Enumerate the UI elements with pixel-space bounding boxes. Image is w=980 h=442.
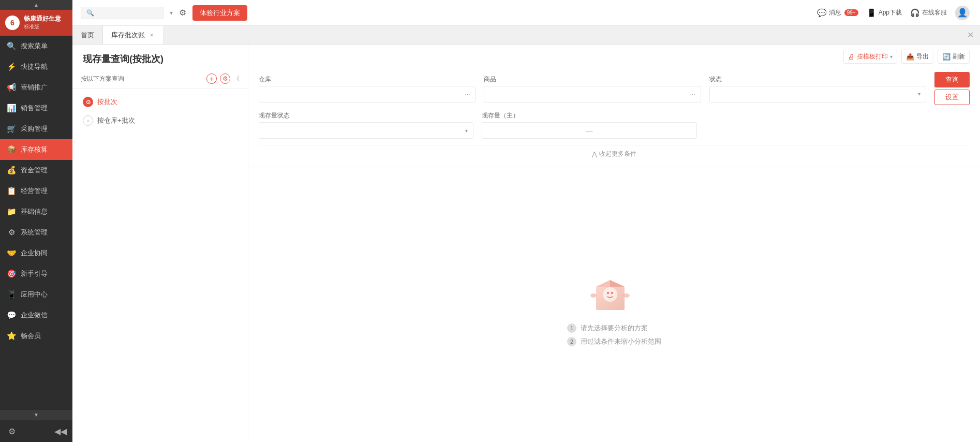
refresh-btn[interactable]: 🔄 刷新 [938, 50, 970, 64]
empty-state: 1 请先选择要分析的方案 2 用过滤条件来缩小分析范围 [248, 167, 980, 442]
inventory-qty-range: — [482, 122, 696, 139]
collapse-more-btn[interactable]: ⋀ 收起更多条件 [259, 145, 970, 163]
print-template-btn[interactable]: 🖨 按模板打印 ▾ [843, 50, 897, 64]
warehouse-input[interactable]: ··· [259, 86, 476, 102]
messages-action[interactable]: 💬 消息 99+ [817, 8, 858, 18]
operations-icon: 📋 [6, 186, 17, 196]
warehouse-text-input[interactable] [264, 90, 462, 98]
sidebar: ▲ 6 畅康通好生意 标准版 🔍 搜索菜单 ⚡ 快捷导航 📢 营销推广 📊 销售… [0, 0, 72, 442]
sidebar-item-sales[interactable]: 📊 销售管理 [0, 98, 72, 119]
sidebar-item-operations[interactable]: 📋 经营管理 [0, 181, 72, 201]
app-center-icon: 📱 [6, 289, 17, 300]
sidebar-item-label: 应用中心 [21, 290, 48, 299]
query-btn[interactable]: 查询 [934, 72, 970, 87]
sidebar-item-basic[interactable]: 📁 基础信息 [0, 201, 72, 222]
app-logo: 6 [5, 16, 20, 30]
tab-inventory-batch-label: 库存批次账 [111, 31, 145, 40]
search-icon: 🔍 [6, 41, 17, 51]
topbar-search-box[interactable]: 🔍 [81, 7, 164, 19]
svg-point-5 [611, 292, 613, 294]
sidebar-item-system[interactable]: ⚙ 系统管理 [0, 222, 72, 243]
sidebar-item-label: 畅会员 [21, 331, 41, 341]
scheme-settings-icon[interactable]: ⚙ [220, 73, 230, 84]
inventory-qty-to[interactable] [596, 124, 696, 137]
phone-icon: 📱 [867, 8, 877, 18]
collapse-panel-btn[interactable]: 《 [233, 75, 240, 83]
warehouse-more-icon[interactable]: ··· [465, 91, 470, 98]
sidebar-nav: 🔍 搜索菜单 ⚡ 快捷导航 📢 营销推广 📊 销售管理 🛒 采购管理 📦 库存核… [0, 36, 72, 410]
empty-hint-2: 2 用过滤条件来缩小分析范围 [567, 337, 661, 346]
close-all-icon: ✕ [967, 30, 974, 40]
scheme-item-by-warehouse-batch[interactable]: ○ 按仓库+批次 [72, 111, 248, 130]
sidebar-scroll-down[interactable]: ▼ [0, 410, 72, 420]
product-more-icon[interactable]: ··· [690, 91, 695, 98]
svg-point-4 [607, 292, 609, 294]
topbar-settings-icon[interactable]: ⚙ [179, 8, 186, 18]
right-panel: 🖨 按模板打印 ▾ 📤 导出 🔄 刷新 仓库 [248, 45, 980, 442]
user-profile-action[interactable]: 👤 [955, 6, 972, 20]
sidebar-item-app-center[interactable]: 📱 应用中心 [0, 284, 72, 305]
inventory-qty-from[interactable] [482, 124, 583, 137]
settings-btn[interactable]: 设置 [934, 90, 970, 105]
sidebar-item-enterprise-wechat[interactable]: 💬 企业微信 [0, 305, 72, 326]
left-panel: 现存量查询(按批次) 按以下方案查询 + ⚙ 《 ⊙ 按批次 ○ 按仓库+批次 [72, 45, 248, 442]
tab-home-label: 首页 [81, 31, 94, 40]
filter-row-1: 仓库 ··· 商品 ··· 状态 [259, 72, 970, 105]
sidebar-item-label: 营销推广 [21, 83, 48, 92]
inventory-qty-label: 现存量（主） [482, 111, 696, 120]
enterprise-wechat-icon: 💬 [6, 310, 17, 320]
hint-number-1: 1 [567, 323, 576, 333]
inventory-status-select[interactable]: ▾ [259, 122, 473, 139]
main-area: 🔍 ▾ ⚙ 体验行业方案 💬 消息 99+ 📱 App下载 🎧 在线客服 � [72, 0, 980, 442]
sidebar-item-label: 搜索菜单 [21, 41, 48, 51]
settings-footer-icon[interactable]: ⚙ [6, 425, 18, 437]
messages-label: 消息 [829, 8, 841, 17]
industry-btn[interactable]: 体验行业方案 [192, 5, 247, 21]
product-input[interactable]: ··· [484, 86, 701, 102]
sidebar-item-quick-nav[interactable]: ⚡ 快捷导航 [0, 56, 72, 77]
scheme-inactive-icon: ○ [83, 115, 93, 126]
product-field: 商品 ··· [484, 75, 701, 102]
sidebar-item-finance[interactable]: 💰 资金管理 [0, 160, 72, 181]
export-icon: 📤 [906, 53, 914, 61]
app-download-action[interactable]: 📱 App下载 [867, 8, 902, 18]
page-title-area: 现存量查询(按批次) [72, 45, 248, 69]
empty-illustration [588, 263, 640, 315]
message-icon: 💬 [817, 8, 827, 18]
sidebar-scroll-up[interactable]: ▲ [0, 0, 72, 10]
inventory-icon: 📦 [6, 144, 17, 155]
tab-inventory-batch[interactable]: 库存批次账 × [103, 26, 164, 44]
topbar-search-icon: 🔍 [86, 9, 94, 17]
hint-number-2: 2 [567, 337, 576, 346]
product-text-input[interactable] [489, 90, 687, 98]
status-select[interactable]: ▾ [709, 86, 926, 102]
app-download-label: App下载 [879, 8, 902, 17]
online-service-action[interactable]: 🎧 在线客服 [910, 8, 947, 18]
system-icon: ⚙ [6, 227, 17, 238]
tab-close-icon[interactable]: × [148, 32, 155, 39]
scheme-label: 按批次 [97, 97, 117, 107]
filter-section-actions: + ⚙ 《 [206, 73, 240, 84]
tab-home[interactable]: 首页 [72, 26, 103, 44]
scheme-item-by-batch[interactable]: ⊙ 按批次 [72, 93, 248, 111]
sidebar-item-newbie[interactable]: 🎯 新手引导 [0, 263, 72, 284]
sidebar-item-enterprise[interactable]: 🤝 企业协同 [0, 243, 72, 263]
topbar: 🔍 ▾ ⚙ 体验行业方案 💬 消息 99+ 📱 App下载 🎧 在线客服 � [72, 0, 980, 26]
sidebar-collapse-icon[interactable]: ◀◀ [55, 425, 66, 437]
sidebar-item-label: 库存核算 [21, 145, 48, 154]
tab-end-btn[interactable]: ✕ [961, 26, 980, 44]
sidebar-item-inventory[interactable]: 📦 库存核算 [0, 139, 72, 160]
add-scheme-btn[interactable]: + [206, 73, 217, 84]
sidebar-item-search[interactable]: 🔍 搜索菜单 [0, 36, 72, 56]
topbar-dropdown-arrow[interactable]: ▾ [170, 9, 173, 17]
warehouse-label: 仓库 [259, 75, 476, 84]
export-btn[interactable]: 📤 导出 [901, 50, 933, 64]
sidebar-item-marketing[interactable]: 📢 营销推广 [0, 77, 72, 98]
sidebar-item-purchase[interactable]: 🛒 采购管理 [0, 119, 72, 139]
enterprise-icon: 🤝 [6, 248, 17, 258]
scheme-list: ⊙ 按批次 ○ 按仓库+批次 [72, 89, 248, 134]
filter-section-label: 按以下方案查询 [81, 75, 124, 83]
sidebar-item-member[interactable]: ⭐ 畅会员 [0, 326, 72, 346]
product-label: 商品 [484, 75, 701, 84]
svg-point-7 [623, 293, 630, 298]
